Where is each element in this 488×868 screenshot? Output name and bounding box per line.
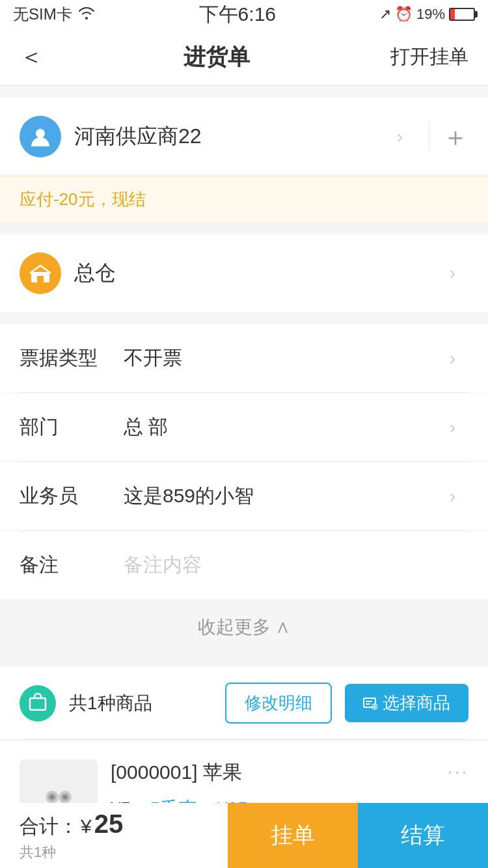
invoice-label: 票据类型 [20,345,98,372]
hang-button[interactable]: 挂单 [228,803,358,868]
supplier-avatar [20,116,61,157]
supplier-divider [429,122,429,151]
total-main: 合计： ¥ 25 [20,809,208,840]
select-product-label: 选择商品 [383,692,450,714]
product-title: 苹果 [203,761,242,783]
warehouse-name: 总仓 [74,259,450,288]
bottom-bar: 合计： ¥ 25 共1种 挂单 结算 [0,803,488,868]
supplier-chevron-icon: › [397,126,403,147]
total-label: 合计： [20,813,78,840]
warehouse-icon [20,252,61,294]
select-product-button[interactable]: 选择商品 [345,684,468,722]
page-title: 进货单 [183,42,250,72]
invoice-row[interactable]: 票据类型 不开票 › [0,324,488,392]
department-label: 部门 [20,414,98,441]
products-header: 共1种商品 修改明细 选择商品 [0,667,488,739]
salesman-label: 业务员 [20,483,98,509]
checkout-button[interactable]: 结算 [358,803,488,868]
warehouse-chevron-icon: › [450,263,455,284]
svg-point-11 [63,795,67,799]
bottom-total: 合计： ¥ 25 共1种 [0,809,228,862]
checkout-label: 结算 [401,821,445,850]
product-name: [0000001] 苹果 [111,759,434,786]
svg-rect-3 [30,698,46,710]
location-icon: ↗ [379,6,391,23]
nav-bar: ＜ 进货单 打开挂单 [0,29,488,86]
wifi-icon [77,5,96,23]
separator-2 [0,223,488,234]
svg-point-0 [36,129,45,138]
supplier-name: 河南供应商22 [74,122,397,151]
salesman-value: 这是859的小智 [98,483,450,509]
notice-bar: 应付-20元，现结 [0,176,488,223]
svg-rect-2 [37,276,44,282]
battery-icon [449,8,475,21]
edit-detail-button[interactable]: 修改明细 [225,683,332,724]
remark-label: 备注 [20,552,98,578]
status-time: 下午6:16 [199,1,276,28]
total-sub: 共1种 [20,843,208,862]
product-more-button[interactable]: ··· [447,759,468,783]
supplier-row[interactable]: 河南供应商22 › ＋ [0,98,488,176]
status-bar: 无SIM卡 下午6:16 ↗ ⏰ 19% [0,0,488,29]
warehouse-row[interactable]: 总仓 › [0,234,488,312]
invoice-chevron-icon: › [450,348,455,369]
invoice-value: 不开票 [98,345,450,372]
separator-3 [0,312,488,324]
open-hang-button[interactable]: 打开挂单 [390,44,468,70]
status-right: ↗ ⏰ 19% [379,6,475,23]
salesman-row[interactable]: 业务员 这是859的小智 › [0,462,488,530]
product-code: [0000001] [111,761,197,783]
carrier-label: 无SIM卡 [13,4,72,25]
status-left: 无SIM卡 [13,4,96,25]
add-supplier-button[interactable]: ＋ [442,119,468,155]
alarm-icon: ⏰ [395,6,413,23]
hang-label: 挂单 [271,821,315,850]
total-symbol: ¥ [81,815,92,837]
remark-input[interactable]: 备注内容 [98,552,468,578]
battery-percent: 19% [416,6,445,23]
collapse-label: 收起更多 ∧ [198,615,291,640]
products-icon [20,685,56,722]
remark-row[interactable]: 备注 备注内容 [0,531,488,599]
salesman-chevron-icon: › [450,486,455,507]
separator-8 [20,739,468,740]
separator-7 [0,655,488,667]
department-value: 总 部 [98,414,450,441]
department-chevron-icon: › [450,417,455,438]
department-row[interactable]: 部门 总 部 › [0,393,488,461]
svg-point-10 [50,795,54,799]
notice-text: 应付-20元，现结 [20,189,146,209]
products-count: 共1种商品 [69,691,212,716]
separator-1 [0,86,488,98]
total-amount: 25 [94,809,124,839]
back-button[interactable]: ＜ [20,41,43,73]
collapse-row[interactable]: 收起更多 ∧ [0,599,488,655]
